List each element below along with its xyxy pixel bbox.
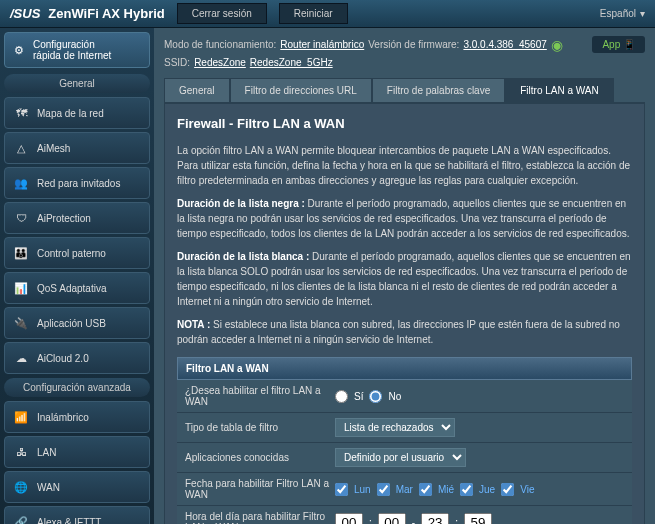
t1-m2[interactable] bbox=[464, 513, 492, 525]
firmware-link[interactable]: 3.0.0.4.386_45607 bbox=[463, 39, 546, 50]
nav-icon: ☁ bbox=[13, 350, 29, 366]
t1-h2[interactable] bbox=[421, 513, 449, 525]
nav-aimesh[interactable]: △AiMesh bbox=[4, 132, 150, 164]
nav-mapa-de-la-red[interactable]: 🗺Mapa de la red bbox=[4, 97, 150, 129]
nav-control-paterno[interactable]: 👪Control paterno bbox=[4, 237, 150, 269]
tab-0[interactable]: General bbox=[164, 78, 230, 102]
nav-aplicación-usb[interactable]: 🔌Aplicación USB bbox=[4, 307, 150, 339]
ssid1-link[interactable]: RedesZone bbox=[194, 57, 246, 68]
day-fri[interactable] bbox=[501, 483, 514, 496]
model-name: ZenWiFi AX Hybrid bbox=[48, 6, 164, 21]
quick-setup-button[interactable]: ⚙ Configuraciónrápida de Internet bbox=[4, 32, 150, 68]
gear-icon: ⚙ bbox=[11, 42, 27, 58]
panel-title: Firewall - Filtro LAN a WAN bbox=[177, 116, 632, 131]
nav-aicloud-2.0[interactable]: ☁AiCloud 2.0 bbox=[4, 342, 150, 374]
nav-alexa-&-ifttt[interactable]: 🔗Alexa & IFTTT bbox=[4, 506, 150, 524]
tab-2[interactable]: Filtro de palabras clave bbox=[372, 78, 505, 102]
nav-icon: 🛡 bbox=[13, 210, 29, 226]
nav-inalámbrico[interactable]: 📶Inalámbrico bbox=[4, 401, 150, 433]
nav-wan[interactable]: 🌐WAN bbox=[4, 471, 150, 503]
nav-red-para-invitados[interactable]: 👥Red para invitados bbox=[4, 167, 150, 199]
nav-icon: 🌐 bbox=[13, 479, 29, 495]
tab-1[interactable]: Filtro de direcciones URL bbox=[230, 78, 372, 102]
nav-icon: △ bbox=[13, 140, 29, 156]
nav-icon: 🖧 bbox=[13, 444, 29, 460]
app-button[interactable]: App 📱 bbox=[592, 36, 645, 53]
nav-icon: 👪 bbox=[13, 245, 29, 261]
nav-qos-adaptativa[interactable]: 📊QoS Adaptativa bbox=[4, 272, 150, 304]
t1-m1[interactable] bbox=[378, 513, 406, 525]
section-general: General bbox=[4, 74, 150, 93]
nav-icon: 📊 bbox=[13, 280, 29, 296]
nav-aiprotection[interactable]: 🛡AiProtection bbox=[4, 202, 150, 234]
tab-3[interactable]: Filtro LAN a WAN bbox=[505, 78, 614, 102]
ssid2-link[interactable]: RedesZone_5GHz bbox=[250, 57, 333, 68]
section-advanced: Configuración avanzada bbox=[4, 378, 150, 397]
apps-select[interactable]: Definido por el usuario bbox=[335, 448, 466, 467]
nav-icon: 🔌 bbox=[13, 315, 29, 331]
language-selector[interactable]: Español▾ bbox=[600, 8, 645, 19]
nav-icon: 📶 bbox=[13, 409, 29, 425]
nav-icon: 🗺 bbox=[13, 105, 29, 121]
chevron-down-icon: ▾ bbox=[640, 8, 645, 19]
day-tue[interactable] bbox=[377, 483, 390, 496]
day-wed[interactable] bbox=[419, 483, 432, 496]
brand-logo: /SUS bbox=[10, 6, 40, 21]
day-mon[interactable] bbox=[335, 483, 348, 496]
t1-h1[interactable] bbox=[335, 513, 363, 525]
logout-button[interactable]: Cerrar sesión bbox=[177, 3, 267, 24]
nav-icon: 👥 bbox=[13, 175, 29, 191]
signal-icon: ◉ bbox=[551, 37, 563, 53]
nav-lan[interactable]: 🖧LAN bbox=[4, 436, 150, 468]
panel-desc: La opción filtro LAN a WAN permite bloqu… bbox=[177, 143, 632, 188]
table-type-select[interactable]: Lista de rechazados bbox=[335, 418, 455, 437]
section-filter: Filtro LAN a WAN bbox=[177, 357, 632, 380]
mode-link[interactable]: Router inalámbrico bbox=[280, 39, 364, 50]
enable-no-radio[interactable] bbox=[369, 390, 382, 403]
enable-yes-radio[interactable] bbox=[335, 390, 348, 403]
nav-icon: 🔗 bbox=[13, 514, 29, 524]
day-thu[interactable] bbox=[460, 483, 473, 496]
reboot-button[interactable]: Reiniciar bbox=[279, 3, 348, 24]
